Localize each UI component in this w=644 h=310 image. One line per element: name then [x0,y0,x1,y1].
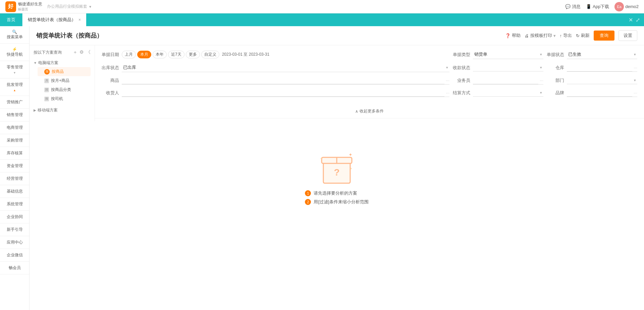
hint-num-1: 1 [305,190,311,196]
brand-dots[interactable]: ··· [634,90,637,95]
filter-field-salesman: 业务员 ··· [449,76,543,85]
scheme-sub-pc: 按 按商品 月 按月+商品 回 按商品分类 [34,67,91,103]
collapse-btn[interactable]: ∧ 收起更多条件 [355,108,384,114]
sidebar-item-app-center[interactable]: 应用中心 [0,236,29,249]
setting-button[interactable]: 设置 [619,30,637,41]
svg-text:?: ? [334,167,339,177]
sidebar-item-marketing[interactable]: 营销推广 [0,96,29,109]
sidebar-item-sales[interactable]: 销售管理 [0,109,29,121]
recipient-dots[interactable]: ··· [446,90,449,95]
recipient-input[interactable] [122,89,444,97]
scheme-collapse-icon[interactable]: 《 [86,49,91,55]
date-custom-btn[interactable]: 自定义 [201,51,219,58]
sidebar-item-beginner[interactable]: 新手引导 [0,223,29,236]
date-control: 上月 本月 本年 近7天 更多 自定义 2023-03-01 至 2023-03… [122,51,449,58]
out-status-dropdown-icon: ▾ [446,65,448,70]
doc-type-label: 单据类型 [449,52,473,58]
refresh-btn[interactable]: ↻ 刷新 [576,33,590,39]
tab-active-label: 销货单统计表（按商品） [28,17,76,23]
print-btn[interactable]: 🖨 按模板打印 ▾ [525,33,556,39]
tab-close-btn[interactable]: × [78,17,81,22]
brand-control: ··· [567,89,637,97]
scheme-item-by-month-product[interactable]: 月 按月+商品 [38,76,91,85]
sidebar-item-inventory[interactable]: 库存核算 [0,147,29,160]
out-status-select[interactable]: 已出库 ▾ [122,63,449,72]
scheme-settings-icon[interactable]: ⚙ [79,49,84,55]
scheme-add-icon[interactable]: ＋ [73,49,77,55]
empty-hints: 1 请先选择要分析的方案 2 用[过滤]条件来缩小分析范围 [305,190,368,205]
warehouse-control: ··· [567,63,637,72]
doc-status-dropdown-icon: ▾ [634,52,636,57]
sidebar-item-enterprise-wechat[interactable]: 企业微信 [0,249,29,262]
tab-window-btns: ✕ ⤢ [625,13,644,26]
empty-illustration: ? ✦ ✦ ✦ [317,148,357,185]
date-filter: 上月 本月 本年 近7天 更多 自定义 2023-03-01 至 2023-03… [122,51,449,58]
print-dropdown-icon[interactable]: ▾ [553,33,556,38]
scheme-item-by-product[interactable]: 按 按商品 [38,67,91,76]
sidebar-item-member[interactable]: 畅会员 [0,262,29,274]
export-btn[interactable]: ↑ 导出 [560,33,572,39]
sidebar-item-basic[interactable]: 基础信息 [0,185,29,198]
sidebar-item-finance[interactable]: 资金管理 [0,160,29,172]
nav-dropdown-icon[interactable]: ▾ [89,4,91,9]
close-window-btn[interactable]: ✕ [629,17,633,23]
sidebar-item-quicknav[interactable]: ⚡ 快捷导航 [0,44,29,61]
doc-status-label: 单据状态 [543,52,567,58]
brand-label: 品牌 [543,90,567,96]
warehouse-dots[interactable]: ··· [634,65,637,70]
avatar: Ea [614,2,624,11]
date-this-year-btn[interactable]: 本年 [153,51,167,58]
filter-field-department: 部门 ▾ [543,77,637,84]
tab-spacer [86,13,625,26]
filter-row-3: 商品 ··· 业务员 [102,76,637,85]
hint-num-2: 2 [305,199,311,205]
filter-row-4: 收货人 ··· 结算方式 [102,89,637,97]
sidebar-item-enterprise-collab[interactable]: 企业协同 [0,211,29,223]
warehouse-input[interactable] [567,63,632,71]
message-btn[interactable]: 💬 消息 [565,4,581,10]
scheme-item-by-category[interactable]: 回 按商品分类 [38,85,91,94]
filter-field-warehouse: 仓库 ··· [543,63,637,72]
sidebar-item-ecommerce[interactable]: 电商管理 [0,121,29,134]
brand-input[interactable] [567,89,632,97]
app-download-btn[interactable]: 📱 App下载 [586,4,609,10]
out-status-label: 出库状态 [102,65,122,71]
settlement-select[interactable]: ▾ [473,89,543,97]
product-dots[interactable]: ··· [446,78,449,83]
receipt-status-select[interactable]: ▾ [473,64,543,71]
department-select[interactable]: ▾ [567,77,637,84]
scheme-item-by-driver[interactable]: 按 按司机 [38,94,91,103]
help-btn[interactable]: ❓ 帮助 [505,33,521,39]
salesman-control: ··· [473,76,543,85]
query-button[interactable]: 查询 [594,31,614,41]
date-more-btn[interactable]: 更多 [186,51,200,58]
scheme-panel: 按以下方案查询 ＋ ⚙ 《 ▼ 电脑端方案 [30,45,95,121]
tab-home[interactable]: 首页 [0,13,22,26]
sidebar-item-purchase[interactable]: 采购管理 [0,134,29,147]
date-this-month-btn[interactable]: 本月 [137,51,151,58]
filter-form-and-buttons: 单据日期 上月 本月 本年 近7天 更多 自定义 [95,45,644,106]
filter-field-doc-status: 单据状态 已生效 ▾ [543,50,637,59]
empty-state: ? ✦ ✦ ✦ 1 请先选择要分析的方案 2 [30,121,644,218]
tab-active[interactable]: 销货单统计表（按商品） × [22,13,86,26]
scheme-header-icons: ＋ ⚙ 《 [73,49,91,55]
top-header: 好 畅捷通好生意 标题页 办公用品行业模拟账套 ▾ 💬 消息 📱 App下载 E… [0,0,644,13]
sidebar-item-search[interactable]: 🔍 搜索菜单 [0,26,29,44]
sidebar-item-wholesale[interactable]: 批发管理 ▴ [0,79,29,96]
doc-status-select[interactable]: 已生效 ▾ [567,50,637,59]
filter-field-date: 单据日期 上月 本月 本年 近7天 更多 自定义 [102,51,449,58]
doc-type-select[interactable]: 销货单 ▾ [473,50,543,59]
salesman-dots[interactable]: ··· [540,78,543,83]
salesman-input[interactable] [473,76,538,84]
product-input[interactable] [122,76,444,84]
maximize-btn[interactable]: ⤢ [636,17,640,23]
scheme-group-pc-title[interactable]: ▼ 电脑端方案 [34,59,91,67]
sidebar-item-retail[interactable]: 零售管理 ▾ [0,61,29,79]
sidebar-item-system[interactable]: 系统管理 [0,198,29,211]
scheme-group-mobile-title[interactable]: ▶ 移动端方案 [34,106,91,114]
date-7days-btn[interactable]: 近7天 [168,51,184,58]
filter-field-receipt-status: 收款状态 ▾ [449,64,543,71]
date-last-month-btn[interactable]: 上月 [122,51,136,58]
sidebar-item-operations[interactable]: 经营管理 [0,172,29,185]
user-btn[interactable]: Ea demo2 [614,2,639,11]
